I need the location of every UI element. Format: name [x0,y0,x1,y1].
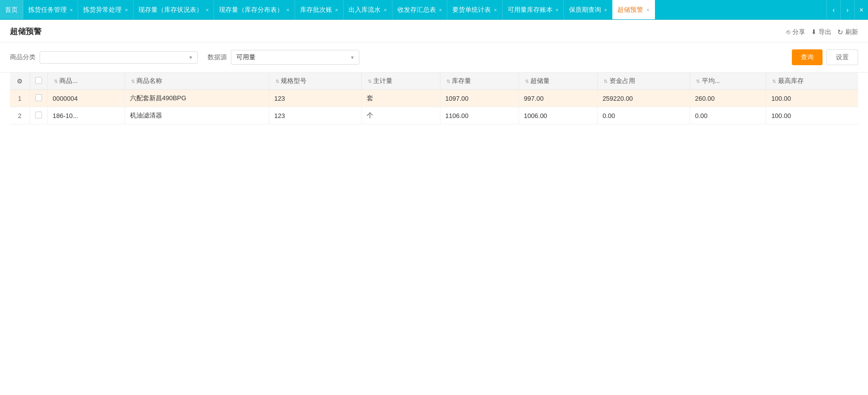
chevron-down-icon: ▾ [351,54,354,61]
row-checkbox[interactable] [35,112,42,118]
cell-spec: 123 [269,90,361,107]
nav-item-overstock[interactable]: 超储预警 × [612,0,654,19]
nav-next-button[interactable]: › [840,0,854,20]
col-product-name[interactable]: ⇅ 商品名称 [125,73,269,90]
nav-item-home[interactable]: 首页 [0,0,23,19]
col-label: 平均... [702,77,720,84]
close-icon[interactable]: × [556,7,559,13]
nav-item-expiry[interactable]: 保质期查询 × [564,0,612,19]
close-icon[interactable]: × [604,7,607,13]
cell-stock: 1106.00 [440,107,519,124]
gear-header[interactable]: ⚙ [10,73,30,90]
nav-item-batch[interactable]: 库存批次账 × [295,0,344,19]
nav-prev-button[interactable]: ‹ [826,0,840,20]
nav-item-task[interactable]: 拣货任务管理 × [23,0,78,19]
cell-max-stock: 100.00 [766,90,858,107]
close-icon[interactable]: × [70,7,73,13]
col-label: 最高库存 [778,77,804,84]
nav-item-label: 库存批次账 [300,5,332,14]
refresh-button[interactable]: ↻ 刷新 [837,28,858,37]
col-overstock[interactable]: ⇅ 超储量 [519,73,597,90]
export-label: 导出 [819,28,831,37]
cell-overstock: 1006.00 [519,107,597,124]
page-header: 超储预警 ⎋ 分享 ⬇ 导出 ↻ 刷新 [0,20,868,42]
nav-item-summary[interactable]: 收发存汇总表 × [392,0,447,19]
close-icon[interactable]: × [335,7,338,13]
datasource-select-value: 可用量 [236,53,256,62]
query-button[interactable]: 查询 [792,49,823,65]
nav-item-label: 现存量（库存分布表） [219,5,283,14]
cell-unit: 套 [361,90,440,107]
col-product-code[interactable]: ⇅ 商品... [47,73,125,90]
col-label: 商品... [59,77,78,84]
nav-item-stock-status[interactable]: 现存量（库存状况表） × [133,0,214,19]
close-icon[interactable]: × [125,7,128,13]
nav-item-stock-dist[interactable]: 现存量（库存分布表） × [214,0,295,19]
share-button[interactable]: ⎋ 分享 [786,28,805,37]
select-all-checkbox[interactable] [35,77,42,84]
close-icon[interactable]: × [439,7,442,13]
sort-icon: ⇅ [275,79,279,84]
datasource-select[interactable]: 可用量 ▾ [231,50,359,65]
col-label: 商品名称 [136,77,162,84]
nav-item-label: 出入库流水 [348,5,381,14]
col-unit[interactable]: ⇅ 主计量 [361,73,440,90]
col-label: 库存量 [452,77,471,84]
nav-item-label: 超储预警 [617,5,643,14]
export-button[interactable]: ⬇ 导出 [811,28,831,37]
row-checkbox-cell[interactable] [30,107,47,124]
col-max-stock[interactable]: ⇅ 最高库存 [766,73,858,90]
close-icon[interactable]: × [286,7,289,13]
refresh-icon: ↻ [837,28,843,36]
col-avg[interactable]: ⇅ 平均... [690,73,766,90]
cell-max-stock: 100.00 [766,107,858,124]
cell-stock: 1097.00 [440,90,519,107]
table-header-row: ⚙ ⇅ 商品... ⇅ 商品名称 ⇅ 规格型号 [10,73,858,90]
close-icon[interactable]: × [384,7,387,13]
nav-item-label: 可用量库存账本 [508,5,553,14]
col-stock[interactable]: ⇅ 库存量 [440,73,519,90]
sort-icon: ⇅ [368,79,372,84]
header-actions: ⎋ 分享 ⬇ 导出 ↻ 刷新 [786,28,858,37]
share-label: 分享 [792,28,805,37]
category-filter-group: 商品分类 ▾ [10,51,198,64]
chevron-down-icon: ▾ [189,54,192,61]
data-table: ⚙ ⇅ 商品... ⇅ 商品名称 ⇅ 规格型号 [10,73,858,124]
col-capital[interactable]: ⇅ 资金占用 [597,73,690,90]
cell-spec: 123 [269,107,361,124]
filter-area: 商品分类 ▾ 数据源 可用量 ▾ 查询 设置 [0,42,868,73]
sort-icon: ⇅ [772,79,776,84]
close-icon[interactable]: × [494,7,497,13]
row-checkbox[interactable] [35,94,42,101]
nav-item-order-stats[interactable]: 要货单统计表 × [447,0,502,19]
nav-item-label: 收发存汇总表 [397,5,436,14]
sort-icon: ⇅ [131,79,135,84]
row-checkbox-cell[interactable] [30,90,47,107]
close-icon[interactable]: × [206,7,209,13]
cell-avg: 260.00 [690,90,766,107]
gear-icon: ⚙ [17,78,23,85]
page-title: 超储预警 [10,27,42,37]
cell-capital: 259220.00 [597,90,690,107]
row-index: 2 [10,107,30,124]
nav-close-button[interactable]: × [854,0,868,20]
cell-unit: 个 [361,107,440,124]
checkbox-header[interactable] [30,73,47,90]
close-icon[interactable]: × [646,7,649,13]
col-label: 主计量 [373,77,392,84]
col-label: 规格型号 [281,77,306,84]
nav-item-flow[interactable]: 出入库流水 × [344,0,392,19]
nav-item-exception[interactable]: 拣货异常处理 × [78,0,133,19]
cell-product-code: 0000004 [47,90,125,107]
settings-button[interactable]: 设置 [826,49,858,65]
sort-icon: ⇅ [525,79,529,84]
table-row: 2 186-10... 机油滤清器 123 个 1106.00 1006.00 … [10,107,858,124]
datasource-label: 数据源 [208,53,227,62]
category-select[interactable]: ▾ [40,51,198,64]
nav-item-available-ledger[interactable]: 可用量库存账本 × [503,0,564,19]
sort-icon: ⇅ [604,79,608,84]
sort-icon: ⇅ [446,79,450,84]
nav-item-label: 保质期查询 [569,5,601,14]
cell-avg: 0.00 [690,107,766,124]
col-spec[interactable]: ⇅ 规格型号 [269,73,361,90]
